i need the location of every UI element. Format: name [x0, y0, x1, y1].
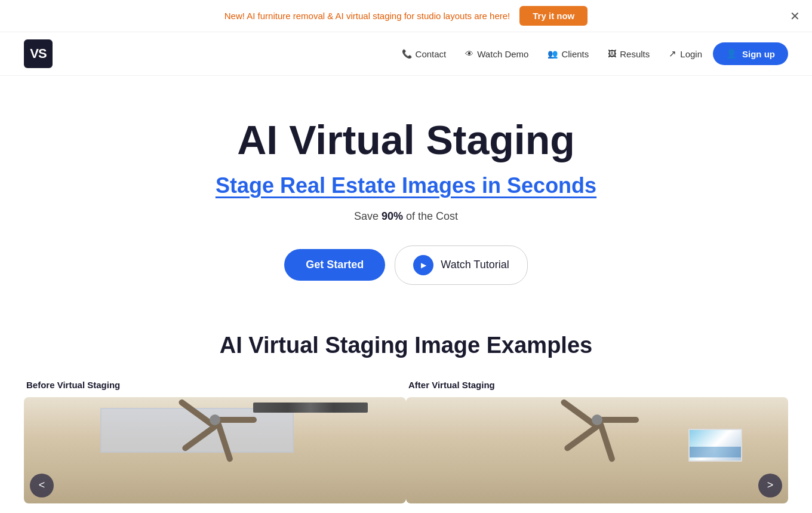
fan-blade-after-4 — [559, 398, 597, 428]
clients-icon: 👥 — [548, 49, 558, 59]
navigation: VS 📞 Contact 👁 Watch Demo 👥 Clients 🖼 Re… — [0, 32, 812, 76]
ceiling-fan-before — [161, 402, 269, 438]
nav-clients[interactable]: 👥 Clients — [539, 44, 597, 64]
after-image — [406, 397, 788, 503]
before-column: Before Virtual Staging — [24, 380, 406, 503]
fan-blade-1 — [215, 417, 257, 423]
fan-blade-2 — [215, 421, 233, 463]
get-started-button[interactable]: Get Started — [284, 249, 385, 281]
eye-icon: 👁 — [465, 49, 473, 59]
fan-center-after — [592, 414, 602, 425]
fan-blade-after-2 — [597, 421, 616, 463]
fan-blade-after-3 — [563, 423, 601, 452]
hero-section: AI Virtual Staging Stage Real Estate Ima… — [0, 76, 812, 315]
fan-blade-4 — [177, 398, 215, 428]
hero-title: AI Virtual Staging — [12, 118, 800, 162]
fan-blade-3 — [181, 423, 219, 452]
next-arrow-button[interactable]: > — [758, 474, 782, 497]
nav-contact[interactable]: 📞 Contact — [393, 44, 455, 64]
examples-section: AI Virtual Staging Image Examples Before… — [0, 315, 812, 503]
hero-actions: Get Started ▶ Watch Tutorial — [12, 245, 800, 285]
play-icon: ▶ — [413, 255, 433, 275]
hero-save-text: Save 90% of the Cost — [12, 210, 800, 223]
signup-button[interactable]: 👤 Sign up — [713, 42, 788, 65]
prev-arrow-button[interactable]: < — [30, 474, 54, 497]
fan-center-before — [210, 414, 220, 425]
phone-icon: 📞 — [402, 49, 412, 59]
announcement-bar: New! AI furniture removal & AI virtual s… — [0, 0, 812, 32]
examples-grid: Before Virtual Staging After Virtual Sta… — [24, 380, 788, 503]
image-icon: 🖼 — [608, 49, 616, 59]
close-announcement-button[interactable]: ✕ — [790, 10, 800, 22]
before-label: Before Virtual Staging — [24, 380, 120, 390]
announcement-text: New! AI furniture removal & AI virtual s… — [224, 11, 510, 21]
ceiling-fan-after — [543, 402, 651, 438]
nav-links: 📞 Contact 👁 Watch Demo 👥 Clients 🖼 Resul… — [393, 42, 788, 65]
watch-tutorial-button[interactable]: ▶ Watch Tutorial — [395, 245, 527, 285]
logo[interactable]: VS — [24, 39, 53, 68]
login-button[interactable]: ↗ Login — [660, 44, 710, 64]
after-column: After Virtual Staging — [406, 380, 788, 503]
nav-results[interactable]: 🖼 Results — [599, 44, 658, 64]
before-image — [24, 397, 406, 503]
examples-title: AI Virtual Staging Image Examples — [24, 333, 788, 358]
try-it-button[interactable]: Try it now — [519, 6, 588, 26]
nav-watch-demo[interactable]: 👁 Watch Demo — [457, 44, 537, 64]
hero-subtitle: Stage Real Estate Images in Seconds — [12, 173, 800, 198]
after-label: After Virtual Staging — [406, 380, 495, 390]
fan-blade-after-1 — [597, 417, 639, 423]
login-icon: ↗ — [669, 48, 676, 59]
user-icon: 👤 — [726, 48, 737, 59]
wall-art — [688, 429, 742, 462]
